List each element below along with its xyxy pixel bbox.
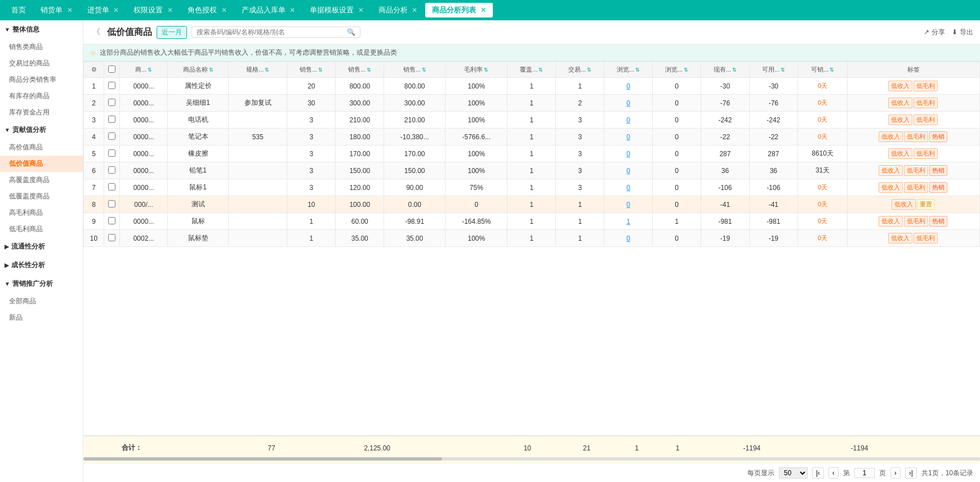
search-input[interactable] [197, 28, 345, 36]
row-checkbox[interactable] [104, 196, 120, 213]
browse-link[interactable]: 0 [626, 201, 630, 209]
row-checkbox-input[interactable] [108, 200, 115, 207]
last-page-button[interactable]: ›| [905, 467, 917, 479]
row-code: 0000... [120, 129, 168, 145]
row-col12: 0 [653, 196, 701, 213]
sidebar-item-stock-funds[interactable]: 库存资金占用 [0, 104, 83, 121]
row-checkbox-input[interactable] [108, 166, 115, 174]
row-col6: 180.00 [336, 129, 384, 145]
sidebar-item-low-margin[interactable]: 低毛利商品 [0, 221, 83, 237]
browse-link[interactable]: 0 [626, 184, 630, 192]
sidebar-item-all-products[interactable]: 全部商品 [0, 293, 83, 309]
th-transaction[interactable]: 交易...⇅ [556, 62, 604, 78]
row-checkbox[interactable] [104, 213, 120, 230]
filter-month-button[interactable]: 近一月 [157, 26, 187, 39]
browse-link[interactable]: 0 [626, 235, 630, 242]
sidebar-item-low-value[interactable]: 低价值商品 [0, 156, 83, 172]
nav-home[interactable]: 首页 [5, 3, 33, 17]
th-name[interactable]: 商品名称⇅ [168, 62, 229, 78]
sidebar-item-high-coverage[interactable]: 高覆盖度商品 [0, 172, 83, 188]
sidebar-group-contribution[interactable]: ▼ 贡献值分析 [0, 121, 83, 139]
browse-link[interactable]: 0 [626, 150, 630, 158]
th-sales-qty[interactable]: 销售...⇅ [287, 62, 336, 78]
sidebar-group-marketing[interactable]: ▼ 营销推广分析 [0, 275, 83, 293]
th-margin[interactable]: 毛利率⇅ [446, 62, 507, 78]
row-checkbox[interactable] [104, 230, 120, 247]
export-button[interactable]: ⬇ 导出 [952, 28, 973, 37]
browse-link[interactable]: 0 [626, 167, 630, 175]
browse-link[interactable]: 1 [626, 218, 630, 225]
row-checkbox[interactable] [104, 129, 120, 145]
row-col12: 0 [653, 230, 701, 247]
row-checkbox[interactable] [104, 145, 120, 162]
row-checkbox-input[interactable] [108, 183, 115, 191]
page-size-select[interactable]: 50 100 200 [779, 467, 808, 479]
settings-column-header[interactable]: ⚙ [84, 62, 104, 78]
row-checkbox-input[interactable] [108, 99, 115, 106]
row-checkbox-input[interactable] [108, 116, 115, 123]
th-browse1[interactable]: 浏览...⇅ [604, 62, 653, 78]
top-navigation: 首页 销货单 ✕ 进货单 ✕ 权限设置 ✕ 角色授权 ✕ 产成品入库单 ✕ 单据… [0, 0, 980, 20]
first-page-button[interactable]: |‹ [812, 467, 824, 479]
row-checkbox[interactable] [104, 162, 120, 179]
row-checkbox-input[interactable] [108, 132, 115, 140]
close-permissions-icon[interactable]: ✕ [167, 6, 173, 14]
th-available-stock[interactable]: 可用...⇅ [749, 62, 798, 78]
search-icon[interactable]: 🔍 [347, 28, 355, 36]
close-inbound-icon[interactable]: ✕ [289, 6, 295, 14]
sidebar-item-high-value[interactable]: 高价值商品 [0, 139, 83, 156]
row-checkbox-input[interactable] [108, 149, 115, 157]
sidebar-item-sales-products[interactable]: 销售类商品 [0, 39, 83, 55]
nav-analysis-list[interactable]: 商品分析列表 ✕ [425, 3, 493, 17]
page-number-input[interactable] [854, 468, 875, 478]
th-coverage[interactable]: 覆盖...⇅ [507, 62, 556, 78]
nav-sales-order[interactable]: 销货单 ✕ [34, 3, 79, 17]
th-current-stock[interactable]: 现有...⇅ [701, 62, 750, 78]
sidebar-item-low-coverage[interactable]: 低覆盖度商品 [0, 188, 83, 205]
nav-template-settings[interactable]: 单据模板设置 ✕ [303, 3, 371, 17]
row-checkbox[interactable] [104, 112, 120, 129]
sidebar-item-stock-products[interactable]: 有库存的商品 [0, 88, 83, 104]
browse-link[interactable]: 0 [626, 99, 630, 107]
prev-page-button[interactable]: ‹ [828, 467, 839, 479]
collapse-button[interactable]: 《 [90, 25, 103, 39]
th-browse2[interactable]: 浏览...⇅ [653, 62, 701, 78]
row-checkbox[interactable] [104, 78, 120, 95]
th-sellable-stock[interactable]: 可销...⇅ [798, 62, 848, 78]
nav-product-analysis[interactable]: 商品分析 ✕ [372, 3, 425, 17]
sidebar-group-overall[interactable]: ▼ 整体信息 [0, 20, 83, 39]
row-checkbox-input[interactable] [108, 82, 115, 89]
th-code[interactable]: 商...⇅ [120, 62, 168, 78]
row-checkbox[interactable] [104, 95, 120, 112]
export-icon: ⬇ [952, 28, 957, 36]
table-container[interactable]: ⚙ 商...⇅ 商品名称⇅ 规格...⇅ 销售...⇅ 销售...⇅ 销售...… [83, 61, 980, 435]
close-role-icon[interactable]: ✕ [221, 6, 227, 14]
th-sales-amount[interactable]: 销售...⇅ [336, 62, 384, 78]
browse-link[interactable]: 0 [626, 82, 630, 90]
nav-purchase-order[interactable]: 进货单 ✕ [81, 3, 126, 17]
sidebar-item-new-products[interactable]: 新品 [0, 309, 83, 326]
browse-link[interactable]: 0 [626, 116, 630, 124]
browse-link[interactable]: 0 [626, 133, 630, 141]
next-page-button[interactable]: › [890, 467, 901, 479]
th-spec[interactable]: 规格...⇅ [228, 62, 287, 78]
sidebar-item-traded-products[interactable]: 交易过的商品 [0, 55, 83, 72]
close-purchase-icon[interactable]: ✕ [113, 6, 119, 14]
close-analysis-icon[interactable]: ✕ [412, 6, 417, 14]
select-all-checkbox[interactable] [108, 65, 115, 73]
sidebar-item-category-sales-rate[interactable]: 商品分类销售率 [0, 72, 83, 88]
share-button[interactable]: ↗ 分享 [924, 28, 945, 37]
sidebar-group-circulation[interactable]: ▶ 流通性分析 [0, 237, 83, 256]
row-checkbox[interactable] [104, 179, 120, 196]
row-checkbox-input[interactable] [108, 217, 115, 224]
nav-product-inbound[interactable]: 产成品入库单 ✕ [235, 3, 302, 17]
sidebar-item-high-margin[interactable]: 高毛利商品 [0, 205, 83, 221]
row-checkbox-input[interactable] [108, 234, 115, 241]
close-list-icon[interactable]: ✕ [480, 6, 486, 14]
close-template-icon[interactable]: ✕ [358, 6, 364, 14]
close-sales-icon[interactable]: ✕ [67, 6, 73, 14]
th-sales-profit[interactable]: 销售...⇅ [384, 62, 446, 78]
nav-role-auth[interactable]: 角色授权 ✕ [181, 3, 234, 17]
sidebar-group-growth[interactable]: ▶ 成长性分析 [0, 256, 83, 275]
nav-permissions[interactable]: 权限设置 ✕ [127, 3, 180, 17]
